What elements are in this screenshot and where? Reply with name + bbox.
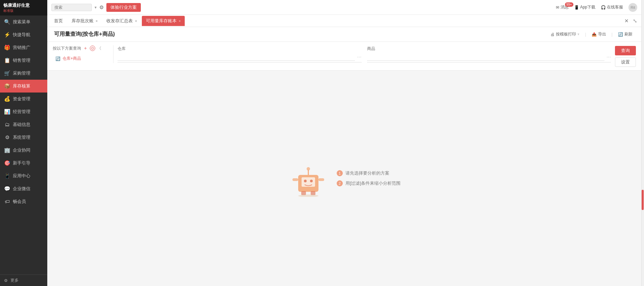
svg-rect-6 — [292, 178, 298, 181]
sidebar-scroll: 🔍 搜索菜单 ⚡ 快捷导航 🎁 营销推广 📋 销售管理 🛒 采购管理 📦 库存核… — [0, 16, 47, 275]
page-header-actions: 🖨 按模板打印 ▾ | 📤 导出 | 🔄 刷新 — [548, 30, 635, 38]
empty-text: 1 请先选择要分析的方案 2 用[过滤]条件来缩小分析范围 — [337, 170, 401, 186]
topbar-gear-icon[interactable]: ⚙ — [99, 4, 104, 10]
scheme-item-label: 仓库+商品 — [62, 56, 81, 61]
empty-illustration — [288, 158, 329, 199]
avatar[interactable]: Rit — [628, 3, 637, 12]
sidebar-item-wechat[interactable]: 💬 企业微信 — [0, 182, 47, 195]
product-dots-icon[interactable]: ··· — [607, 54, 611, 60]
apps-icon: 📱 — [4, 173, 10, 179]
sidebar-label-apps: 应用中心 — [13, 173, 30, 179]
shortcut-icon: ⚡ — [4, 32, 10, 38]
sidebar-label-sales: 销售管理 — [13, 57, 30, 63]
online-service-label: 在线客服 — [607, 4, 623, 10]
empty-hint-2-text: 用[过滤]条件来缩小分析范围 — [345, 180, 401, 186]
svg-rect-7 — [318, 178, 324, 181]
warehouse-label: 仓库 — [118, 46, 362, 52]
print-button[interactable]: 🖨 按模板打印 ▾ — [548, 30, 582, 38]
app-edition: 标准版 — [3, 8, 44, 13]
sidebar-bottom-label: 更多 — [10, 278, 19, 283]
sidebar-item-enterprise[interactable]: 🏢 企业协同 — [0, 144, 47, 157]
warehouse-input[interactable] — [118, 53, 355, 61]
sidebar-label-newbie: 新手引导 — [13, 160, 30, 166]
sidebar-item-apps[interactable]: 📱 应用中心 — [0, 170, 47, 182]
empty-hint-2: 2 用[过滤]条件来缩小分析范围 — [337, 180, 401, 186]
enterprise-icon: 🏢 — [4, 147, 10, 153]
sidebar-label-finance: 资金管理 — [13, 96, 30, 102]
filter-field-warehouse: 仓库 ··· — [118, 46, 362, 62]
sidebar-label-operations: 经营管理 — [13, 109, 30, 115]
filter-area: 按以下方案查询 ＋ ⊙ 《 🔄 仓库+商品 仓库 ··· — [47, 42, 641, 71]
headset-icon: 🎧 — [601, 5, 606, 10]
tab-batch[interactable]: 库存批次账 × — [68, 16, 102, 26]
print-icon: 🖨 — [550, 32, 555, 37]
sidebar-item-finance[interactable]: 💰 资金管理 — [0, 93, 47, 105]
product-input[interactable] — [367, 53, 604, 61]
empty-state: 1 请先选择要分析的方案 2 用[过滤]条件来缩小分析范围 — [47, 71, 641, 286]
product-input-row: ··· — [367, 53, 611, 62]
industry-button[interactable]: 体验行业方案 — [106, 3, 141, 12]
sidebar-label-system: 系统管理 — [13, 134, 30, 140]
sidebar: 畅康通好生意 标准版 🔍 搜索菜单 ⚡ 快捷导航 🎁 营销推广 📋 销售管理 🛒… — [0, 0, 47, 286]
sidebar-item-sales[interactable]: 📋 销售管理 — [0, 54, 47, 67]
sales-icon: 📋 — [4, 57, 10, 63]
refresh-button[interactable]: 🔄 刷新 — [616, 30, 635, 38]
sidebar-item-system[interactable]: ⚙ 系统管理 — [0, 131, 47, 144]
page-header: 可用量查询(按仓库+商品) 🖨 按模板打印 ▾ | 📤 导出 | 🔄 刷新 — [47, 27, 641, 42]
export-label: 导出 — [598, 31, 606, 37]
tab-batch-close[interactable]: × — [96, 19, 98, 23]
print-chevron-icon: ▾ — [577, 32, 579, 36]
app-download-button[interactable]: 📱 App下载 — [574, 4, 595, 10]
settings-button[interactable]: 设置 — [615, 57, 636, 67]
online-service-button[interactable]: 🎧 在线客服 — [601, 4, 623, 10]
sidebar-label-purchase: 采购管理 — [13, 70, 30, 76]
filter-schemes: 按以下方案查询 ＋ ⊙ 《 🔄 仓库+商品 — [53, 45, 113, 63]
scheme-icon: 🔄 — [55, 56, 60, 61]
print-label: 按模板打印 — [556, 31, 576, 37]
app-header: 畅康通好生意 标准版 — [0, 0, 47, 16]
search-chevron-icon[interactable]: ▾ — [95, 5, 97, 10]
sidebar-item-member[interactable]: 🏷 畅会员 — [0, 195, 47, 208]
operations-icon: 📊 — [4, 109, 10, 115]
query-button[interactable]: 查询 — [615, 46, 636, 55]
sidebar-label-inventory: 库存核算 — [13, 83, 30, 89]
sidebar-item-search[interactable]: 🔍 搜索菜单 — [0, 16, 47, 28]
sidebar-label-marketing: 营销推广 — [13, 45, 30, 51]
system-icon: ⚙ — [4, 134, 10, 140]
sidebar-bottom-settings[interactable]: ⚙ 更多 — [0, 275, 47, 286]
message-badge: 99+ — [565, 2, 573, 7]
tab-available[interactable]: 可用量库存账本 × — [142, 16, 185, 26]
filter-actions: 查询 设置 — [615, 45, 636, 67]
tab-available-close[interactable]: × — [179, 19, 181, 23]
sidebar-item-operations[interactable]: 📊 经营管理 — [0, 105, 47, 118]
page-content: 可用量查询(按仓库+商品) 🖨 按模板打印 ▾ | 📤 导出 | 🔄 刷新 — [47, 27, 641, 286]
right-scrollbar[interactable] — [641, 0, 644, 286]
tab-summary-close[interactable]: × — [135, 19, 137, 23]
scheme-settings-button[interactable]: ⊙ — [90, 46, 95, 51]
tab-summary[interactable]: 收发存汇总表 × — [102, 16, 141, 26]
sidebar-item-shortcut[interactable]: ⚡ 快捷导航 — [0, 28, 47, 41]
scheme-collapse-button[interactable]: 《 — [97, 46, 101, 51]
svg-point-5 — [307, 167, 310, 171]
member-icon: 🏷 — [4, 199, 10, 204]
message-button[interactable]: ✉ 消息 99+ — [556, 4, 569, 10]
tab-home[interactable]: 首页 — [50, 16, 67, 26]
sidebar-item-inventory[interactable]: 📦 库存核算 — [0, 80, 47, 93]
sidebar-item-purchase[interactable]: 🛒 采购管理 — [0, 67, 47, 80]
add-scheme-button[interactable]: ＋ — [83, 45, 88, 51]
tab-close-button[interactable]: ✕ — [623, 17, 630, 25]
export-button[interactable]: 📤 导出 — [590, 30, 608, 38]
warehouse-dots-icon[interactable]: ··· — [357, 54, 361, 60]
search-input[interactable] — [51, 4, 92, 11]
sidebar-item-marketing[interactable]: 🎁 营销推广 — [0, 41, 47, 54]
sidebar-item-basic[interactable]: 🗂 基础信息 — [0, 118, 47, 131]
divider-2: | — [612, 32, 613, 37]
sidebar-label-enterprise: 企业协同 — [13, 147, 30, 153]
sidebar-item-newbie[interactable]: 🎯 新手引导 — [0, 157, 47, 170]
newbie-icon: 🎯 — [4, 160, 10, 166]
product-label: 商品 — [367, 46, 611, 52]
tab-expand-button[interactable]: ⤡ — [632, 17, 639, 25]
empty-num-2: 2 — [337, 180, 343, 186]
avatar-text: Rit — [630, 5, 635, 9]
scheme-item-warehouse-product[interactable]: 🔄 仓库+商品 — [53, 54, 109, 63]
